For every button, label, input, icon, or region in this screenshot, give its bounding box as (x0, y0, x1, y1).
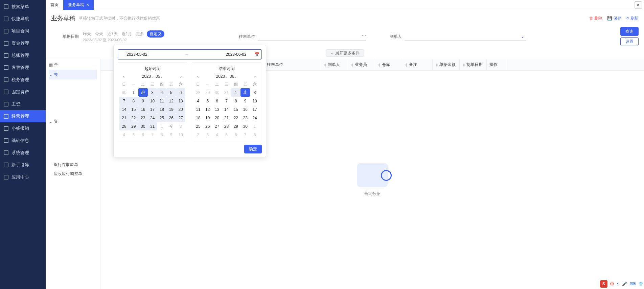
cal-day[interactable]: 1 (157, 122, 166, 130)
cal-day[interactable]: 1 (231, 88, 240, 97)
cal-day[interactable]: 15 (231, 105, 240, 114)
settings-button[interactable]: 设置 (620, 37, 639, 46)
sidebar-item-12[interactable]: 系统管理 (0, 147, 46, 159)
cal-day[interactable]: 10 (250, 97, 259, 105)
cal-day[interactable]: 7 (119, 97, 129, 105)
creator-select[interactable]: ⌄ (405, 32, 526, 41)
panel-group-1[interactable]: ⌄项 (49, 70, 97, 79)
cal-day[interactable]: 4 (212, 130, 222, 139)
cal-day[interactable]: 24 (148, 114, 157, 122)
panel-all[interactable]: ▦全 (49, 62, 97, 68)
cal-day[interactable]: 15 (129, 105, 138, 114)
th-6[interactable]: ▲▼备注 (402, 59, 433, 70)
cal-day[interactable]: 起 (138, 88, 148, 97)
ime-icon-1[interactable]: •ˌ (617, 282, 619, 286)
cal-day[interactable]: 23 (240, 114, 250, 122)
partner-more-icon[interactable]: ⋯ (362, 33, 366, 38)
sidebar-item-11[interactable]: 基础信息 (0, 135, 46, 147)
close-icon[interactable]: ✕ (86, 3, 89, 7)
sidebar-item-7[interactable]: 固定资产 (0, 86, 46, 98)
save-button[interactable]: 💾保存 (607, 16, 621, 21)
cal-day[interactable]: 3 (203, 130, 212, 139)
th-7[interactable]: ▲▼单据金额 (433, 59, 460, 70)
cal-day[interactable]: 3 (148, 88, 157, 97)
cal-day[interactable]: 21 (119, 114, 129, 122)
cal-day[interactable]: 30 (240, 122, 250, 130)
tab[interactable]: 首页 (46, 0, 63, 10)
sidebar-item-2[interactable]: 项目合同 (0, 25, 46, 37)
date-quick-more[interactable]: 更多 (135, 30, 145, 38)
cal-day[interactable]: 19 (166, 105, 176, 114)
cal-day[interactable]: 6 (176, 88, 185, 97)
cal-day[interactable]: 11 (157, 97, 166, 105)
th-8[interactable]: ▲▼制单日期 (460, 59, 487, 70)
cal-day[interactable]: 6 (138, 130, 148, 139)
month-select[interactable]: 06⌄ (230, 74, 237, 79)
cal-day[interactable]: 8 (129, 97, 138, 105)
cal-day[interactable]: 6 (212, 97, 222, 105)
prev-month-icon[interactable]: ‹ (194, 74, 202, 79)
next-month-icon[interactable]: › (177, 74, 185, 79)
year-select[interactable]: 2023⌄ (216, 74, 228, 79)
cal-day[interactable]: 20 (176, 105, 185, 114)
cal-day[interactable]: 29 (129, 122, 138, 130)
cal-day[interactable]: 29 (231, 122, 240, 130)
cal-day[interactable]: 4 (193, 97, 203, 105)
cal-day[interactable]: 30 (119, 88, 129, 97)
prev-month-icon[interactable]: ‹ (120, 74, 128, 79)
cal-day[interactable]: 止 (240, 88, 250, 97)
sidebar-item-0[interactable]: 搜索菜单 (0, 1, 46, 13)
cal-day[interactable]: 30 (212, 88, 222, 97)
cal-day[interactable]: 今 (166, 122, 176, 130)
panel-group-2[interactable]: ⌄资 (49, 117, 97, 126)
cal-day[interactable]: 20 (212, 114, 222, 122)
cal-day[interactable]: 25 (157, 114, 166, 122)
cal-day[interactable]: 5 (203, 97, 212, 105)
sidebar-item-13[interactable]: 新手引导 (0, 159, 46, 171)
cal-day[interactable]: 8 (250, 130, 259, 139)
date-quick-1m[interactable]: 近1月 (120, 30, 134, 38)
th-4[interactable]: ▲▼业务员 (348, 59, 375, 70)
cal-day[interactable]: 22 (129, 114, 138, 122)
cal-day[interactable]: 12 (203, 105, 212, 114)
cal-day[interactable]: 14 (222, 105, 231, 114)
cal-day[interactable]: 5 (166, 88, 176, 97)
date-quick-7d[interactable]: 近7天 (106, 30, 119, 38)
cal-day[interactable]: 5 (222, 130, 231, 139)
date-confirm-button[interactable]: 确定 (244, 145, 262, 153)
cal-day[interactable]: 2 (193, 130, 203, 139)
cal-day[interactable]: 5 (129, 130, 138, 139)
cal-day[interactable]: 3 (250, 88, 259, 97)
cal-day[interactable]: 4 (157, 88, 166, 97)
tabbar-close-icon[interactable]: ✕ (635, 1, 642, 9)
cal-day[interactable]: 10 (148, 97, 157, 105)
cal-day[interactable]: 13 (176, 97, 185, 105)
cal-day[interactable]: 7 (148, 130, 157, 139)
sidebar-item-4[interactable]: 总账管理 (0, 49, 46, 62)
cal-day[interactable]: 22 (231, 114, 240, 122)
cal-day[interactable]: 1 (129, 88, 138, 97)
year-select[interactable]: 2023⌄ (142, 74, 154, 79)
more-conditions-button[interactable]: ⌄ 展开更多条件 (326, 49, 364, 57)
cal-day[interactable]: 18 (193, 114, 203, 122)
cal-day[interactable]: 7 (222, 97, 231, 105)
query-button[interactable]: 查询 (620, 27, 639, 36)
date-start-input[interactable] (120, 52, 154, 57)
cal-day[interactable]: 16 (138, 105, 148, 114)
sidebar-item-6[interactable]: 税务管理 (0, 74, 46, 86)
cal-day[interactable]: 19 (203, 114, 212, 122)
cal-day[interactable]: 11 (193, 105, 203, 114)
cal-day[interactable]: 14 (119, 105, 129, 114)
cal-day[interactable]: 31 (148, 122, 157, 130)
cal-day[interactable]: 27 (212, 122, 222, 130)
cal-day[interactable]: 26 (166, 114, 176, 122)
cal-day[interactable]: 17 (250, 105, 259, 114)
panel-item-adjust[interactable]: 应收应付调整单 (49, 169, 97, 178)
cal-day[interactable]: 8 (157, 130, 166, 139)
refresh-button[interactable]: ↻刷新 (626, 16, 639, 21)
cal-day[interactable]: 9 (166, 130, 176, 139)
sidebar-item-5[interactable]: 发票管理 (0, 62, 46, 74)
sidebar-item-9[interactable]: 经营管理 (0, 110, 46, 122)
cal-day[interactable]: 9 (138, 97, 148, 105)
cal-day[interactable]: 13 (212, 105, 222, 114)
